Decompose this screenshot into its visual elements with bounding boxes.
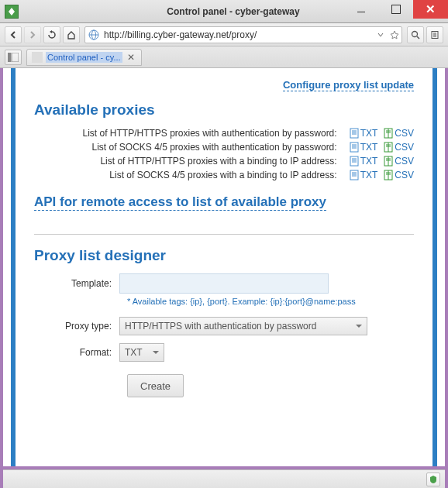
csv-doc-icon xyxy=(384,156,393,167)
globe-icon xyxy=(87,28,101,42)
back-button[interactable] xyxy=(5,26,22,43)
csv-link[interactable]: CSV xyxy=(384,142,414,153)
txt-doc-icon xyxy=(350,156,359,167)
page-menu-button[interactable] xyxy=(426,26,443,43)
csv-doc-icon xyxy=(384,142,393,153)
txt-doc-icon xyxy=(350,170,359,180)
svg-rect-35 xyxy=(350,170,358,180)
csv-doc-icon xyxy=(384,128,393,139)
svg-rect-11 xyxy=(350,129,358,138)
browser-tab[interactable]: Control panel - cy... ✕ xyxy=(26,49,142,66)
proxy-row-label: List of SOCKS 4/5 proxies with authentic… xyxy=(34,142,343,153)
address-bar[interactable] xyxy=(84,26,402,43)
configure-proxy-list-link[interactable]: Configure proxy list update xyxy=(283,79,414,91)
svg-rect-19 xyxy=(350,143,358,152)
csv-link[interactable]: CSV xyxy=(384,128,414,139)
csv-link[interactable]: CSV xyxy=(384,156,414,167)
bookmark-icon[interactable] xyxy=(388,28,401,42)
proxy-row: List of HTTP/HTTPS proxies with a bindin… xyxy=(34,156,414,167)
browser-toolbar xyxy=(0,23,448,46)
app-icon xyxy=(5,5,19,19)
tab-title: Control panel - cy... xyxy=(46,52,122,63)
proxy-row-label: List of HTTP/HTTPS proxies with a bindin… xyxy=(34,156,343,167)
proxy-row-label: List of SOCKS 4/5 proxies with a binding… xyxy=(34,170,343,180)
forward-button[interactable] xyxy=(24,26,41,43)
shield-icon[interactable] xyxy=(426,473,440,486)
url-dropdown-icon[interactable] xyxy=(374,28,388,42)
format-label: Format: xyxy=(34,347,119,358)
template-input[interactable] xyxy=(119,273,329,294)
template-hint: * Available tags: {ip}, {port}. Example:… xyxy=(127,297,414,306)
page-viewport: Configure proxy list update Available pr… xyxy=(3,68,445,466)
svg-rect-27 xyxy=(350,156,358,166)
designer-heading: Proxy list designer xyxy=(34,247,414,264)
csv-link[interactable]: CSV xyxy=(384,170,414,180)
txt-doc-icon xyxy=(350,142,359,153)
window-titlebar: Control panel - cyber-gateway ✕ xyxy=(0,0,448,23)
home-button[interactable] xyxy=(63,26,80,43)
panel-toggle-button[interactable] xyxy=(5,50,22,65)
available-proxies-heading: Available proxies xyxy=(34,101,414,119)
proxy-row: List of SOCKS 4/5 proxies with a binding… xyxy=(34,170,414,180)
proxy-row: List of HTTP/HTTPS proxies with authenti… xyxy=(34,128,414,139)
txt-link[interactable]: TXT xyxy=(350,128,378,139)
tab-bar: Control panel - cy... ✕ xyxy=(0,46,448,68)
tab-close-icon[interactable]: ✕ xyxy=(126,52,136,63)
txt-link[interactable]: TXT xyxy=(350,156,378,167)
txt-link[interactable]: TXT xyxy=(350,142,378,153)
divider xyxy=(34,234,414,235)
txt-link[interactable]: TXT xyxy=(350,170,378,180)
api-link[interactable]: API for remote access to list of availab… xyxy=(34,194,326,211)
proxy-list: List of HTTP/HTTPS proxies with authenti… xyxy=(34,128,414,180)
search-button[interactable] xyxy=(407,26,424,43)
csv-doc-icon xyxy=(384,170,393,180)
tab-favicon xyxy=(32,52,43,63)
svg-line-4 xyxy=(417,36,419,39)
url-input[interactable] xyxy=(102,29,374,40)
maximize-button[interactable] xyxy=(378,0,413,19)
proxy-row: List of SOCKS 4/5 proxies with authentic… xyxy=(34,142,414,153)
designer-form: Template: * Available tags: {ip}, {port}… xyxy=(34,273,414,397)
txt-doc-icon xyxy=(350,128,359,139)
template-label: Template: xyxy=(34,278,119,289)
status-bar xyxy=(3,469,445,488)
svg-rect-9 xyxy=(8,53,11,62)
reload-button[interactable] xyxy=(43,26,60,43)
svg-point-3 xyxy=(412,31,418,36)
proxy-row-label: List of HTTP/HTTPS proxies with authenti… xyxy=(34,128,343,139)
svg-rect-10 xyxy=(12,53,19,62)
create-button[interactable]: Create xyxy=(127,374,184,397)
content-panel: Configure proxy list update Available pr… xyxy=(11,68,437,466)
format-select[interactable]: TXT xyxy=(119,343,164,362)
close-button[interactable]: ✕ xyxy=(413,0,448,19)
proxytype-label: Proxy type: xyxy=(34,321,119,332)
minimize-button[interactable] xyxy=(343,0,378,19)
proxytype-select[interactable]: HTTP/HTTPS with authentication by passwo… xyxy=(119,317,367,335)
